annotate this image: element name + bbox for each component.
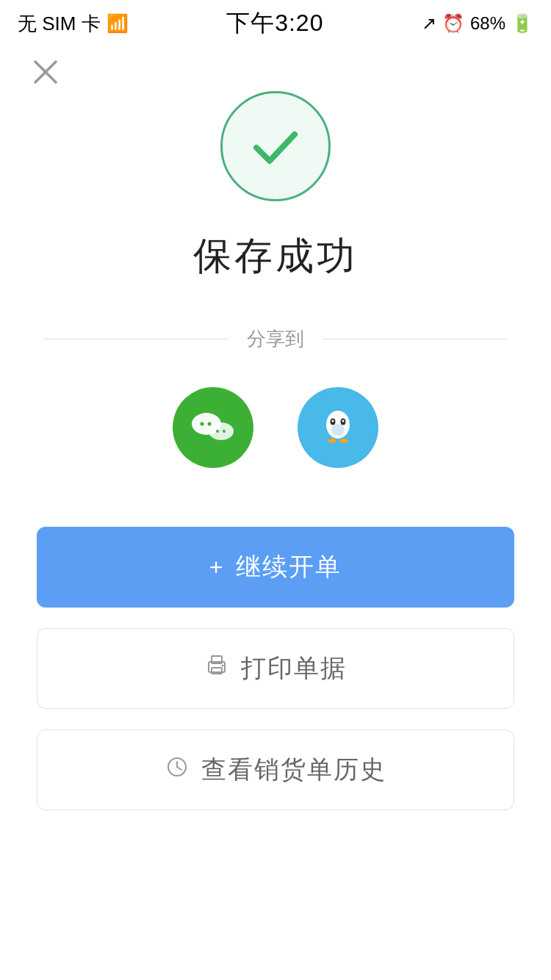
status-right: ↗ ⏰ 68% 🔋 bbox=[422, 13, 533, 34]
continue-order-label: 继续开单 bbox=[236, 550, 342, 584]
divider-line-right bbox=[322, 339, 507, 339]
svg-point-11 bbox=[332, 420, 334, 422]
svg-point-20 bbox=[222, 665, 224, 667]
alarm-icon: ⏰ bbox=[442, 13, 464, 34]
status-time: 下午3:20 bbox=[226, 7, 323, 40]
status-bar: 无 SIM 卡 📶 下午3:20 ↗ ⏰ 68% 🔋 bbox=[0, 0, 551, 47]
svg-point-7 bbox=[223, 430, 226, 433]
svg-point-16 bbox=[331, 424, 345, 436]
status-left: 无 SIM 卡 📶 bbox=[18, 11, 129, 37]
svg-point-4 bbox=[201, 422, 204, 426]
continue-order-button[interactable]: + 继续开单 bbox=[37, 527, 514, 608]
wifi-icon: 📶 bbox=[107, 13, 129, 34]
close-icon bbox=[32, 59, 59, 85]
print-label: 打印单据 bbox=[241, 652, 347, 685]
print-icon bbox=[204, 653, 229, 684]
location-icon: ↗ bbox=[422, 13, 436, 34]
printer-icon-svg bbox=[204, 653, 229, 678]
qq-icon bbox=[314, 404, 361, 451]
divider-line-left bbox=[44, 339, 229, 339]
share-qq-button[interactable] bbox=[298, 387, 378, 468]
svg-point-15 bbox=[339, 439, 348, 443]
history-label: 查看销货单历史 bbox=[201, 753, 386, 787]
clock-icon-svg bbox=[165, 754, 190, 779]
close-button[interactable] bbox=[26, 53, 65, 91]
share-label: 分享到 bbox=[229, 326, 322, 352]
svg-point-3 bbox=[209, 422, 234, 440]
success-icon-circle bbox=[220, 91, 331, 201]
history-button[interactable]: 查看销货单历史 bbox=[37, 729, 514, 810]
main-content: 保存成功 分享到 bbox=[0, 47, 551, 810]
share-divider: 分享到 bbox=[0, 326, 551, 352]
battery-text: 68% bbox=[470, 13, 505, 34]
svg-point-14 bbox=[328, 439, 336, 443]
svg-point-6 bbox=[216, 430, 219, 433]
checkmark-icon bbox=[246, 117, 305, 176]
wechat-icon bbox=[187, 402, 239, 453]
history-icon bbox=[165, 754, 190, 785]
svg-point-5 bbox=[208, 422, 212, 426]
svg-line-23 bbox=[177, 767, 181, 770]
no-sim-text: 无 SIM 卡 bbox=[18, 11, 101, 37]
action-buttons: + 继续开单 打印单据 查看销货单历史 bbox=[0, 527, 551, 810]
print-button[interactable]: 打印单据 bbox=[37, 628, 514, 709]
share-row bbox=[173, 387, 378, 468]
battery-icon: 🔋 bbox=[511, 13, 533, 34]
success-title: 保存成功 bbox=[193, 231, 358, 282]
plus-icon: + bbox=[209, 554, 225, 581]
svg-point-12 bbox=[342, 420, 345, 422]
share-wechat-button[interactable] bbox=[173, 387, 253, 468]
